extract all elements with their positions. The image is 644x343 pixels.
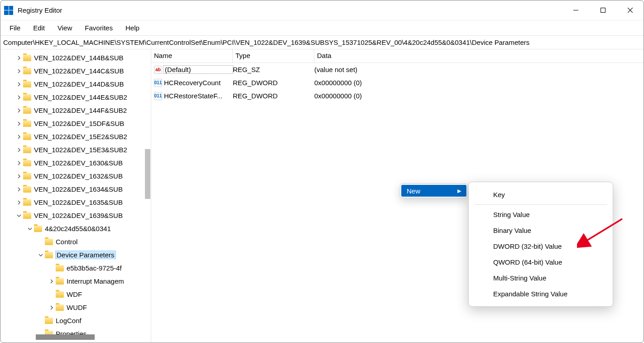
tree-expand-icon[interactable] bbox=[15, 198, 23, 207]
value-name: HCRecoveryCount bbox=[164, 79, 233, 87]
tree-expand-icon[interactable] bbox=[15, 133, 23, 141]
value-name: HCRestoreStateF... bbox=[164, 92, 233, 100]
context-item-expandable-string-value[interactable]: Expandable String Value bbox=[469, 286, 613, 302]
tree-item-label: Control bbox=[56, 238, 77, 246]
folder-icon bbox=[23, 107, 31, 114]
context-item-multi-string-value[interactable]: Multi-String Value bbox=[469, 270, 613, 286]
value-row[interactable]: 011HCRestoreStateF...REG_DWORD0x00000000… bbox=[151, 89, 644, 102]
folder-icon bbox=[45, 318, 53, 324]
tree-item[interactable]: VEN_1022&DEV_1632&SUB bbox=[0, 169, 151, 183]
tree-item[interactable]: WUDF bbox=[0, 301, 151, 314]
menu-view[interactable]: View bbox=[52, 22, 77, 34]
tree-item-label: WUDF bbox=[67, 304, 87, 311]
menu-file[interactable]: File bbox=[4, 22, 26, 34]
tree-item[interactable]: Control bbox=[0, 235, 151, 248]
tree-item[interactable]: LogConf bbox=[0, 314, 151, 327]
tree-expand-icon[interactable] bbox=[15, 172, 23, 180]
tree-item-label: VEN_1022&DEV_144D&SUB bbox=[34, 80, 124, 88]
tree-expand-icon[interactable] bbox=[37, 251, 45, 259]
tree-item[interactable]: VEN_1022&DEV_15E2&SUB2 bbox=[0, 130, 151, 143]
folder-icon bbox=[23, 199, 31, 206]
tree-expand-icon[interactable] bbox=[15, 80, 23, 88]
folder-icon bbox=[23, 213, 31, 219]
window-controls bbox=[562, 0, 644, 20]
tree-item[interactable]: VEN_1022&DEV_144D&SUB bbox=[0, 77, 151, 91]
tree-item[interactable]: VEN_1022&DEV_144C&SUB bbox=[0, 64, 151, 77]
tree-item[interactable]: VEN_1022&DEV_1639&SUB bbox=[0, 209, 151, 222]
minimize-button[interactable] bbox=[562, 0, 589, 20]
tree-spacer bbox=[48, 290, 56, 299]
value-data: (value not set) bbox=[314, 66, 644, 73]
tree-item-label: VEN_1022&DEV_15E2&SUB2 bbox=[34, 133, 127, 140]
folder-icon bbox=[34, 226, 42, 232]
menu-edit[interactable]: Edit bbox=[28, 22, 50, 34]
folder-icon bbox=[56, 265, 64, 271]
tree-item-label: VEN_1022&DEV_144C&SUB bbox=[34, 67, 124, 75]
tree-expand-icon[interactable] bbox=[15, 185, 23, 193]
column-header-data[interactable]: Data bbox=[314, 49, 509, 63]
tree-item[interactable]: VEN_1022&DEV_15E3&SUB2 bbox=[0, 143, 151, 156]
context-item-string-value[interactable]: String Value bbox=[469, 207, 613, 222]
tree-item-label: Interrupt Managem bbox=[67, 277, 124, 285]
tree-item[interactable]: 4&20c24d55&0&0341 bbox=[0, 222, 151, 235]
tree-pane: VEN_1022&DEV_144B&SUBVEN_1022&DEV_144C&S… bbox=[0, 49, 151, 343]
menu-help[interactable]: Help bbox=[120, 22, 145, 34]
context-item-key[interactable]: Key bbox=[469, 187, 613, 203]
tree-item[interactable]: VEN_1022&DEV_1634&SUB bbox=[0, 183, 151, 196]
tree-expand-icon[interactable] bbox=[48, 277, 56, 285]
tree-item[interactable]: VEN_1022&DEV_1630&SUB bbox=[0, 156, 151, 169]
address-bar[interactable]: Computer\HKEY_LOCAL_MACHINE\SYSTEM\Curre… bbox=[0, 36, 644, 49]
tree-spacer bbox=[37, 317, 45, 325]
context-menu-new-submenu: KeyString ValueBinary ValueDWORD (32-bit… bbox=[468, 182, 613, 307]
tree-item-label: VEN_1022&DEV_144B&SUB bbox=[34, 54, 124, 62]
column-header-type[interactable]: Type bbox=[233, 49, 314, 63]
context-item-dword-32-bit-value[interactable]: DWORD (32-bit) Value bbox=[469, 238, 613, 254]
tree-expand-icon[interactable] bbox=[15, 93, 23, 101]
context-item-new-label: New bbox=[407, 187, 420, 195]
tree-item-label: VEN_1022&DEV_1634&SUB bbox=[34, 185, 123, 193]
tree-item[interactable]: VEN_1022&DEV_144F&SUB2 bbox=[0, 104, 151, 117]
tree-spacer bbox=[37, 238, 45, 246]
dword-value-icon: 011 bbox=[154, 92, 162, 100]
tree-item[interactable]: Device Parameters bbox=[0, 248, 151, 261]
tree-expand-icon[interactable] bbox=[15, 146, 23, 154]
list-header: Name Type Data bbox=[151, 49, 644, 63]
tree-expand-icon[interactable] bbox=[15, 54, 23, 62]
tree-item-label: LogConf bbox=[56, 317, 82, 324]
tree-expand-icon[interactable] bbox=[15, 67, 23, 75]
close-button[interactable] bbox=[616, 0, 644, 20]
value-name: (Default) bbox=[164, 66, 233, 73]
context-item-new[interactable]: New ▶ bbox=[401, 185, 466, 197]
window-title: Registry Editor bbox=[18, 6, 562, 14]
main-content: VEN_1022&DEV_144B&SUBVEN_1022&DEV_144C&S… bbox=[0, 49, 644, 343]
tree-item[interactable]: Interrupt Managem bbox=[0, 275, 151, 288]
context-item-binary-value[interactable]: Binary Value bbox=[469, 222, 613, 238]
tree-item-label: VEN_1022&DEV_15E3&SUB2 bbox=[34, 146, 127, 154]
tree-expand-icon[interactable] bbox=[15, 159, 23, 167]
tree-vertical-scrollbar[interactable] bbox=[144, 149, 151, 203]
value-row[interactable]: 011HCRecoveryCountREG_DWORD0x00000000 (0… bbox=[151, 76, 644, 89]
tree-item[interactable]: VEN_1022&DEV_1635&SUB bbox=[0, 196, 151, 209]
tree-item-label: VEN_1022&DEV_1639&SUB bbox=[34, 212, 123, 219]
tree-expand-icon[interactable] bbox=[15, 106, 23, 115]
folder-icon bbox=[45, 239, 53, 245]
value-row[interactable]: ab(Default)REG_SZ(value not set) bbox=[151, 63, 644, 76]
maximize-button[interactable] bbox=[589, 0, 616, 20]
tree-expand-icon[interactable] bbox=[26, 225, 34, 233]
tree-item[interactable]: VEN_1022&DEV_144E&SUB2 bbox=[0, 91, 151, 104]
folder-icon bbox=[23, 81, 31, 87]
tree-horizontal-scrollbar-thumb[interactable] bbox=[36, 334, 95, 340]
value-data: 0x00000000 (0) bbox=[314, 79, 644, 87]
tree-item[interactable]: VEN_1022&DEV_15DF&SUB bbox=[0, 117, 151, 130]
tree-expand-icon[interactable] bbox=[15, 120, 23, 128]
tree-expand-icon[interactable] bbox=[15, 212, 23, 220]
tree-item[interactable]: e5b3b5ac-9725-4f bbox=[0, 261, 151, 275]
context-menu-primary: New ▶ bbox=[400, 184, 468, 198]
tree-item-label: VEN_1022&DEV_1632&SUB bbox=[34, 172, 123, 180]
menu-favorites[interactable]: Favorites bbox=[79, 22, 118, 34]
tree-item[interactable]: VEN_1022&DEV_144B&SUB bbox=[0, 51, 151, 64]
tree-item[interactable]: WDF bbox=[0, 288, 151, 301]
column-header-name[interactable]: Name bbox=[151, 49, 233, 63]
tree-expand-icon[interactable] bbox=[48, 304, 56, 312]
context-item-qword-64-bit-value[interactable]: QWORD (64-bit) Value bbox=[469, 254, 613, 270]
